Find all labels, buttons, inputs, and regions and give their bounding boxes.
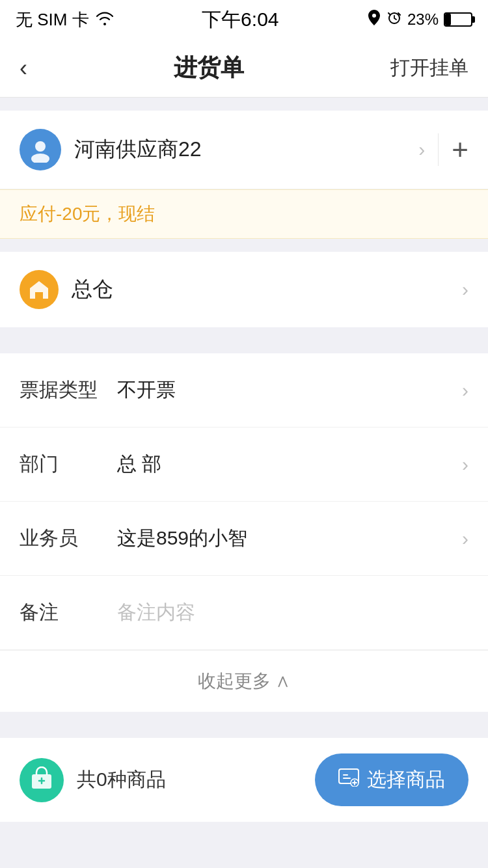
page-rest — [0, 822, 488, 868]
svg-rect-3 — [35, 292, 43, 299]
notice-text: 应付-20元，现结 — [20, 204, 155, 224]
warehouse-icon — [20, 270, 59, 309]
salesperson-value: 这是859的小智 — [117, 525, 462, 552]
section-gap-3 — [0, 327, 488, 340]
section-gap-2 — [0, 239, 488, 252]
remark-label: 备注 — [20, 599, 104, 626]
supplier-name: 河南供应商22 — [74, 135, 418, 164]
warehouse-name: 总仓 — [72, 275, 462, 304]
supplier-chevron-icon: › — [418, 139, 425, 161]
salesperson-label: 业务员 — [20, 525, 104, 552]
select-product-button[interactable]: 选择商品 — [315, 753, 468, 806]
bottom-bar: 共0种商品 选择商品 — [0, 738, 488, 822]
form-section: 票据类型 不开票 › 部门 总 部 › 业务员 这是859的小智 › 备注 备注… — [0, 353, 488, 712]
supplier-row[interactable]: 河南供应商22 › + — [0, 111, 488, 189]
warehouse-row[interactable]: 总仓 › — [0, 252, 488, 327]
svg-point-1 — [35, 141, 46, 152]
location-icon — [367, 9, 381, 30]
select-product-icon — [338, 768, 359, 791]
select-product-label: 选择商品 — [367, 766, 445, 793]
page-title: 进货单 — [174, 52, 244, 84]
status-left: 无 SIM 卡 — [16, 8, 114, 31]
remark-input[interactable]: 备注内容 — [117, 599, 468, 626]
back-button[interactable]: ‹ — [20, 55, 27, 82]
section-gap-1 — [0, 98, 488, 111]
invoice-type-label: 票据类型 — [20, 377, 104, 403]
carrier-label: 无 SIM 卡 — [16, 8, 89, 31]
status-bar: 无 SIM 卡 下午6:04 23% — [0, 0, 488, 39]
supplier-avatar — [20, 129, 61, 170]
remark-row[interactable]: 备注 备注内容 — [0, 576, 488, 650]
battery-percent: 23% — [407, 10, 439, 29]
department-chevron-icon: › — [462, 454, 468, 476]
nav-bar: ‹ 进货单 打开挂单 — [0, 39, 488, 98]
product-count-label: 共0种商品 — [77, 766, 302, 793]
salesperson-chevron-icon: › — [462, 528, 468, 550]
department-value: 总 部 — [117, 451, 462, 478]
supplier-section: 河南供应商22 › + 应付-20元，现结 — [0, 111, 488, 239]
add-supplier-button[interactable]: + — [452, 135, 468, 164]
invoice-type-row[interactable]: 票据类型 不开票 › — [0, 353, 488, 427]
section-gap-4 — [0, 712, 488, 725]
divider — [438, 133, 439, 166]
time-label: 下午6:04 — [202, 7, 278, 33]
collapse-label: 收起更多 ∧ — [198, 669, 291, 694]
collapse-row[interactable]: 收起更多 ∧ — [0, 650, 488, 712]
department-label: 部门 — [20, 451, 104, 478]
invoice-type-chevron-icon: › — [462, 379, 468, 401]
svg-point-2 — [31, 154, 49, 163]
battery-icon — [444, 12, 472, 27]
wifi-icon — [96, 10, 114, 30]
alarm-icon — [386, 10, 402, 29]
salesperson-row[interactable]: 业务员 这是859的小智 › — [0, 502, 488, 576]
open-pending-button[interactable]: 打开挂单 — [390, 55, 468, 81]
invoice-type-value: 不开票 — [117, 377, 462, 403]
department-row[interactable]: 部门 总 部 › — [0, 427, 488, 502]
product-icon — [20, 758, 64, 802]
notice-banner: 应付-20元，现结 — [0, 189, 488, 239]
warehouse-chevron-icon: › — [462, 278, 468, 301]
status-right: 23% — [367, 9, 472, 30]
